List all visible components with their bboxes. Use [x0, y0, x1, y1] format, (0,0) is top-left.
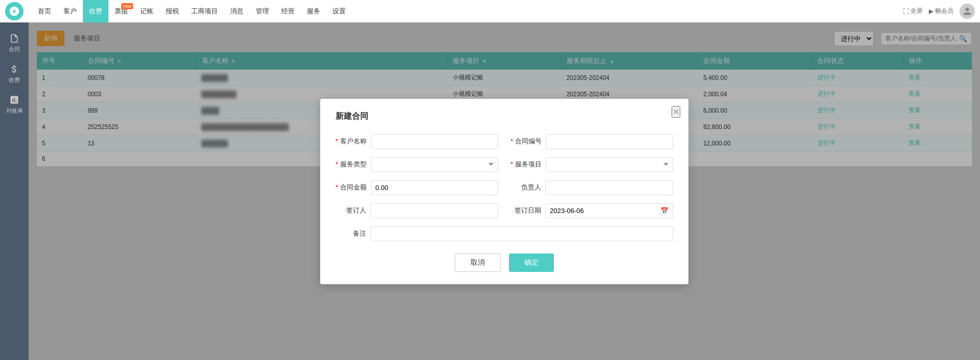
modal-close-button[interactable]: ✕ — [672, 106, 680, 118]
contract-amount-label: 合同金额 — [336, 183, 367, 192]
client-name-row: 客户名称 — [336, 134, 498, 149]
fee-icon — [9, 63, 20, 75]
service-type-select[interactable] — [371, 157, 498, 172]
new-badge: new — [121, 3, 133, 9]
sign-date-wrapper: 📅 — [545, 203, 673, 218]
nav-operation[interactable]: 经营 — [275, 0, 301, 23]
nav-service[interactable]: 服务 — [301, 0, 326, 23]
nav-tax[interactable]: 报税 — [160, 0, 185, 23]
cancel-button[interactable]: 取消 — [455, 253, 501, 272]
nav-settings[interactable]: 设置 — [326, 0, 352, 23]
play-icon: ▶ — [929, 8, 933, 15]
nav-invoice[interactable]: 票据 new — [108, 0, 134, 23]
nav-manage[interactable]: 管理 — [250, 0, 275, 23]
logo-icon[interactable] — [5, 2, 24, 20]
confirm-button[interactable]: 确定 — [509, 253, 554, 272]
signer-input[interactable] — [370, 203, 498, 218]
sidebar-item-fee[interactable]: 收费 — [0, 58, 29, 89]
service-type-row: 服务类型 — [336, 157, 498, 172]
nav-business[interactable]: 工商项目 — [185, 0, 224, 23]
sidebar: 合同 收费 对账单 — [0, 23, 29, 360]
signer-row: 签订人 — [336, 203, 498, 218]
nav-accounting[interactable]: 记账 — [134, 0, 160, 23]
vip-button[interactable]: ▶ 畅会员 — [929, 7, 953, 15]
remark-label: 备注 — [336, 229, 366, 238]
responsible-person-input[interactable] — [545, 180, 673, 195]
modal-overlay: ✕ 新建合同 客户名称 合同编号 服务类型 — [29, 23, 980, 360]
modal-footer: 取消 确定 — [336, 253, 673, 272]
sidebar-item-statement[interactable]: 对账单 — [0, 89, 29, 120]
statement-icon — [9, 94, 20, 105]
responsible-person-row: 负责人 — [510, 180, 673, 195]
nav-client[interactable]: 客户 — [57, 0, 83, 23]
fullscreen-icon: ⛶ — [903, 8, 909, 15]
fullscreen-button[interactable]: ⛶ 全屏 — [903, 7, 923, 15]
nav-fee[interactable]: 收费 — [83, 0, 108, 23]
remark-input[interactable] — [370, 226, 673, 241]
nav-home[interactable]: 首页 — [32, 0, 57, 23]
contract-amount-row: 合同金额 — [336, 180, 498, 195]
calendar-icon[interactable]: 📅 — [656, 207, 673, 215]
sign-date-row: 签订日期 📅 — [510, 203, 673, 218]
service-item-select[interactable] — [546, 157, 673, 172]
form-grid: 客户名称 合同编号 服务类型 服务项目 — [336, 134, 673, 218]
nav-right: ⛶ 全屏 ▶ 畅会员 — [903, 4, 975, 19]
avatar[interactable] — [960, 4, 975, 19]
signer-label: 签订人 — [336, 206, 366, 215]
client-name-label: 客户名称 — [336, 137, 367, 146]
remark-row: 备注 — [336, 226, 673, 241]
responsible-person-label: 负责人 — [510, 183, 541, 192]
service-item-label: 服务项目 — [510, 160, 542, 169]
sign-date-input[interactable] — [546, 204, 656, 218]
main-layout: 合同 收费 对账单 新增 服务项目 进行中 已完成 已终止 — [0, 23, 980, 360]
nav-message[interactable]: 消息 — [224, 0, 250, 23]
contract-no-label: 合同编号 — [510, 137, 542, 146]
service-type-label: 服务类型 — [336, 160, 367, 169]
contract-no-input[interactable] — [546, 134, 673, 149]
modal-title: 新建合同 — [336, 111, 673, 122]
sign-date-label: 签订日期 — [510, 206, 541, 215]
modal-dialog: ✕ 新建合同 客户名称 合同编号 服务类型 — [320, 99, 688, 284]
contract-no-row: 合同编号 — [510, 134, 673, 149]
client-name-input[interactable] — [371, 134, 498, 149]
content-area: 新增 服务项目 进行中 已完成 已终止 🔍 序号 合同编号 ⇅ 客户名称 ⇅ 服… — [29, 23, 980, 360]
contract-amount-input[interactable] — [371, 180, 498, 195]
service-item-row: 服务项目 — [510, 157, 673, 172]
contract-icon — [9, 33, 20, 44]
nav-items: 首页 客户 收费 票据 new 记账 报税 工商项目 消息 管理 经营 服务 设… — [32, 0, 903, 23]
sidebar-item-contract[interactable]: 合同 — [0, 28, 29, 58]
top-nav: 首页 客户 收费 票据 new 记账 报税 工商项目 消息 管理 经营 服务 设… — [0, 0, 980, 23]
